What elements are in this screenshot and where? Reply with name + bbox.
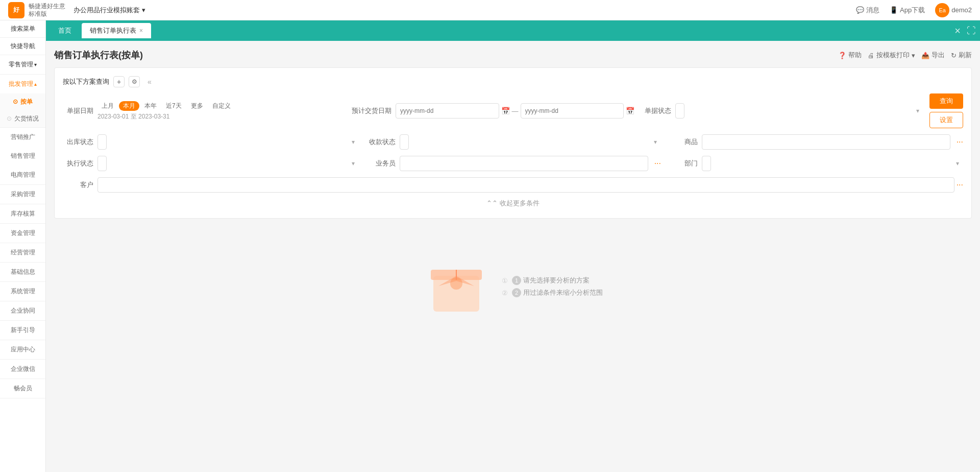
goods-label: 商品 bbox=[667, 137, 698, 147]
sidebar: 搜索菜单 快捷导航 零售管理 ▾ 批发管理 ▴ ⊙ 按单 ⊙ 欠货情况 bbox=[0, 20, 46, 472]
sidebar-item-system[interactable]: 系统管理 bbox=[0, 282, 45, 301]
filter-dept-item: 部门 bbox=[667, 156, 963, 171]
filter-add-button[interactable]: + bbox=[113, 76, 125, 87]
sidebar-item-purchase[interactable]: 采购管理 bbox=[0, 185, 45, 204]
close-all-tabs-button[interactable]: × bbox=[954, 25, 961, 37]
refresh-icon: ↻ bbox=[951, 52, 957, 59]
message-icon: 💬 bbox=[856, 6, 864, 14]
sidebar-item-inventory[interactable]: 库存核算 bbox=[0, 204, 45, 224]
goods-input[interactable] bbox=[702, 134, 950, 150]
chevron-down-icon: ▾ bbox=[142, 6, 145, 14]
delivery-status-select[interactable] bbox=[97, 134, 107, 150]
filter-scheme-label: 按以下方案查询 bbox=[63, 77, 109, 86]
sidebar-item-basic[interactable]: 基础信息 bbox=[0, 263, 45, 282]
sidebar-item-operations[interactable]: 经营管理 bbox=[0, 243, 45, 263]
date-btn-last-month[interactable]: 上月 bbox=[97, 101, 118, 111]
date-btn-custom[interactable]: 自定义 bbox=[208, 101, 235, 111]
refresh-button[interactable]: ↻ 刷新 bbox=[951, 51, 972, 60]
query-button[interactable]: 查询 bbox=[929, 93, 963, 109]
customer-label: 客户 bbox=[63, 180, 93, 190]
filter-delivery-status-item: 出库状态 bbox=[63, 134, 359, 150]
payment-status-select[interactable] bbox=[400, 134, 409, 150]
tab-sales-order[interactable]: 销售订单执行表 × bbox=[82, 23, 151, 38]
sidebar-item-marketing[interactable]: 营销推广 bbox=[0, 128, 45, 147]
filter-goods-item: 商品 ··· bbox=[667, 134, 963, 150]
sidebar-item-enterprise[interactable]: 企业协同 bbox=[0, 301, 45, 321]
collapse-more-button[interactable]: ⌃⌃ 收起更多条件 bbox=[63, 197, 963, 210]
logo-text: 畅捷通好生意 标准版 bbox=[29, 3, 65, 17]
hint-icon-1: 1 bbox=[512, 276, 521, 285]
sidebar-item-newbie[interactable]: 新手引导 bbox=[0, 321, 45, 340]
filter-order-status-item: 单据状态 bbox=[641, 103, 923, 119]
filter-panel: 按以下方案查询 + ⚙ « 单据日期 上月 本月 本年 bbox=[54, 67, 972, 219]
industry-selector[interactable]: 办公用品行业模拟账套 ▾ bbox=[69, 5, 150, 16]
expected-date-start-input[interactable] bbox=[396, 103, 499, 119]
customer-ellipsis-button[interactable]: ··· bbox=[957, 180, 963, 190]
sidebar-search-label[interactable]: 搜索菜单 bbox=[0, 20, 45, 38]
date-btn-this-year[interactable]: 本年 bbox=[140, 101, 161, 111]
user-menu[interactable]: Ea demo2 bbox=[935, 3, 972, 17]
sidebar-item-wholesale[interactable]: 批发管理 ▴ bbox=[0, 75, 45, 93]
page-header: 销售订单执行表(按单) ❓ 帮助 🖨 按模板打印 ▾ 📤 导出 bbox=[54, 49, 972, 61]
filter-payment-status-item: 收款状态 bbox=[365, 134, 661, 150]
order-status-select[interactable] bbox=[675, 103, 684, 119]
page-content: 销售订单执行表(按单) ❓ 帮助 🖨 按模板打印 ▾ 📤 导出 bbox=[46, 41, 980, 472]
sidebar-item-finance[interactable]: 资金管理 bbox=[0, 224, 45, 243]
setting-button[interactable]: 设置 bbox=[929, 112, 963, 128]
filter-exec-status-item: 执行状态 bbox=[63, 156, 359, 171]
dept-select[interactable] bbox=[702, 156, 711, 171]
print-arrow-icon: ▾ bbox=[912, 52, 915, 59]
date-label: 单据日期 bbox=[63, 106, 93, 115]
date-sep: — bbox=[512, 107, 519, 115]
date-btn-this-month[interactable]: 本月 bbox=[119, 101, 139, 111]
fullscreen-button[interactable]: ⛶ bbox=[967, 26, 976, 36]
salesperson-label: 业务员 bbox=[365, 159, 396, 168]
expected-date-end-input[interactable] bbox=[521, 103, 624, 119]
content-area: 首页 销售订单执行表 × × ⛶ 销售订单执行表(按单) ❓ 帮助 bbox=[46, 20, 980, 472]
topbar: 好 畅捷通好生意 标准版 办公用品行业模拟账套 ▾ 💬 消息 📱 App下载 E… bbox=[0, 0, 980, 20]
payment-status-label: 收款状态 bbox=[365, 137, 396, 147]
help-button[interactable]: ❓ 帮助 bbox=[838, 51, 862, 60]
date-btn-more[interactable]: 更多 bbox=[187, 101, 207, 111]
goods-ellipsis-button[interactable]: ··· bbox=[957, 137, 963, 147]
sidebar-sub-item-debt[interactable]: ⊙ 欠货情况 bbox=[0, 110, 45, 127]
tab-bar: 首页 销售订单执行表 × × ⛶ bbox=[46, 20, 980, 41]
sidebar-item-label: 批发管理 bbox=[9, 80, 33, 88]
customer-input[interactable] bbox=[97, 177, 954, 193]
empty-state-image bbox=[423, 255, 489, 312]
logo-icon: 好 bbox=[8, 2, 24, 18]
page-actions: ❓ 帮助 🖨 按模板打印 ▾ 📤 导出 ↻ 刷新 bbox=[838, 51, 972, 60]
sidebar-item-member[interactable]: 畅会员 bbox=[0, 379, 45, 398]
sidebar-item-wechat[interactable]: 企业微信 bbox=[0, 360, 45, 379]
export-button[interactable]: 📤 导出 bbox=[921, 51, 945, 60]
tab-close-button[interactable]: × bbox=[139, 27, 143, 34]
hint-icon-2: 2 bbox=[512, 288, 521, 297]
exec-status-select[interactable] bbox=[97, 156, 107, 171]
sidebar-item-retail[interactable]: 零售管理 ▾ bbox=[0, 55, 45, 74]
chevron-up-icon: ▴ bbox=[34, 81, 37, 87]
sidebar-item-ecommerce[interactable]: 电商管理 bbox=[0, 166, 45, 185]
expected-date-label: 预计交货日期 bbox=[352, 106, 391, 115]
message-button[interactable]: 💬 消息 bbox=[856, 6, 879, 15]
filter-date-item: 单据日期 上月 本月 本年 近7天 更多 自定义 2023-03-01 至 20… bbox=[63, 101, 346, 121]
sidebar-item-app-center[interactable]: 应用中心 bbox=[0, 340, 45, 360]
filter-setting-button[interactable]: ⚙ bbox=[129, 76, 140, 87]
print-button[interactable]: 🖨 按模板打印 ▾ bbox=[868, 51, 915, 60]
sidebar-item-sales-mgmt[interactable]: 销售管理 bbox=[0, 147, 45, 166]
collapse-up-icon: ⌃⌃ bbox=[486, 199, 498, 207]
app-download-button[interactable]: 📱 App下载 bbox=[890, 6, 925, 15]
sidebar-sub-item-order[interactable]: ⊙ 按单 bbox=[0, 93, 45, 110]
sidebar-group-retail: 零售管理 ▾ bbox=[0, 55, 45, 75]
topbar-left: 好 畅捷通好生意 标准版 办公用品行业模拟账套 ▾ bbox=[8, 2, 150, 18]
sidebar-group-wholesale: 批发管理 ▴ ⊙ 按单 ⊙ 欠货情况 bbox=[0, 75, 45, 128]
filter-collapse-button[interactable]: « bbox=[144, 76, 155, 87]
calendar-icon-start: 📅 bbox=[501, 107, 510, 115]
tab-home[interactable]: 首页 bbox=[50, 23, 80, 38]
export-icon: 📤 bbox=[921, 52, 929, 59]
date-btn-last7[interactable]: 近7天 bbox=[162, 101, 186, 111]
salesperson-input[interactable] bbox=[400, 156, 648, 171]
sidebar-quick-nav[interactable]: 快捷导航 bbox=[0, 38, 45, 55]
topbar-right: 💬 消息 📱 App下载 Ea demo2 bbox=[856, 3, 972, 17]
app-icon: 📱 bbox=[890, 6, 898, 14]
salesperson-ellipsis-button[interactable]: ··· bbox=[654, 159, 661, 168]
